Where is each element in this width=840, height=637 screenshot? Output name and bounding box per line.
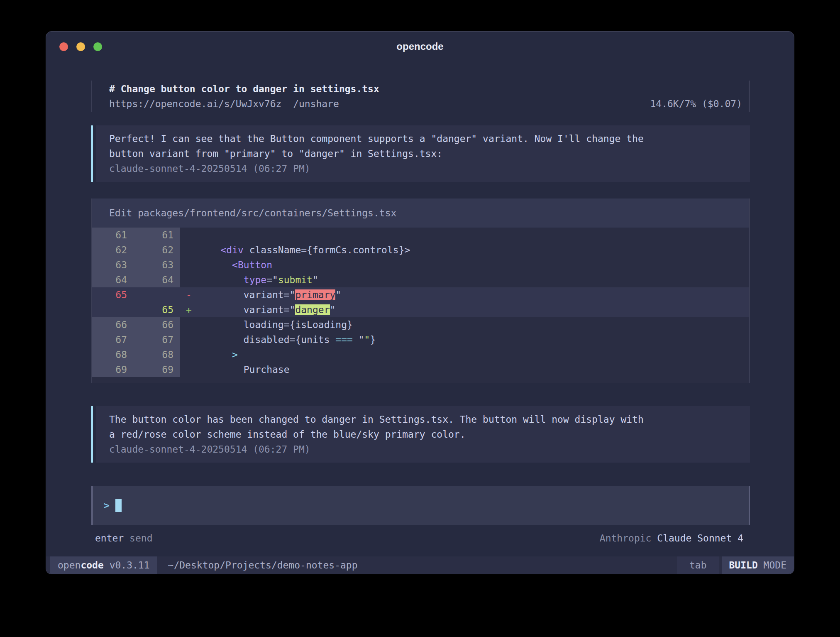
diff-marker: [180, 347, 198, 362]
code-segment: variant=": [198, 304, 295, 315]
line-number-new: 64: [134, 272, 180, 287]
session-title: # Change button color to danger in setti…: [109, 81, 742, 96]
build-mode-badge[interactable]: BUILD MODE: [722, 556, 794, 574]
model-indicator: Anthropic Claude Sonnet 4: [600, 531, 743, 546]
enter-key-hint: enter: [95, 533, 124, 544]
prompt-inner: >: [93, 499, 122, 512]
message-body: The button color has been changed to dan…: [96, 406, 750, 463]
line-number-old: 62: [92, 243, 134, 257]
code-line: <Button: [198, 257, 749, 272]
prompt-input[interactable]: >: [91, 486, 750, 525]
line-number-new: 66: [134, 317, 180, 332]
line-number-old: 68: [92, 347, 134, 362]
code-segment: className={formCs.controls}>: [244, 245, 410, 255]
app-name-open: open: [58, 560, 81, 571]
code-line: variant="primary": [198, 287, 749, 302]
opencode-window: opencode # Change button color to danger…: [46, 31, 794, 574]
message-accent-bar: [91, 125, 93, 182]
hints-row: enter send Anthropic Claude Sonnet 4: [91, 531, 750, 546]
prompt-symbol: >: [104, 500, 110, 511]
line-number-old: 66: [92, 317, 134, 332]
line-number-old: 69: [92, 362, 134, 377]
diff-row: 65- variant="primary": [92, 287, 749, 302]
message-meta: claude-sonnet-4-20250514 (06:27 PM): [109, 161, 742, 176]
message-accent-bar: [91, 406, 93, 463]
code-segment: ": [330, 304, 336, 315]
working-directory: ~/Desktop/Projects/demo-notes-app: [168, 560, 677, 571]
line-number-new: 67: [134, 332, 180, 347]
code-segment: ": [313, 274, 318, 285]
diff-marker: [180, 317, 198, 332]
message-line: Perfect! I can see that the Button compo…: [109, 131, 742, 146]
text-cursor: [115, 499, 122, 512]
unshare-command[interactable]: /unshare: [293, 98, 339, 109]
code-segment: <Button: [232, 260, 272, 270]
message-meta: claude-sonnet-4-20250514 (06:27 PM): [109, 442, 742, 457]
diff-marker: [180, 228, 198, 243]
code-segment: ": [335, 289, 341, 300]
line-number-old: 61: [92, 228, 134, 243]
share-url-link[interactable]: https://opencode.ai/s/UwJxv76z: [109, 98, 281, 109]
line-number-new: [134, 287, 180, 302]
code-line: type="submit": [198, 272, 749, 287]
code-segment: <div: [220, 245, 243, 255]
diff-marker: [180, 272, 198, 287]
mode-name: BUILD: [729, 560, 758, 571]
code-segment: [198, 274, 244, 285]
code-line: loading={isLoading}: [198, 317, 749, 332]
code-line: disabled={units === ""}: [198, 332, 749, 347]
hint-gap: [651, 533, 657, 544]
diff-row: 6767 disabled={units === ""}: [92, 332, 749, 347]
diff-row: 6868 >: [92, 347, 749, 362]
code-segment: submit: [278, 274, 313, 285]
main-column: # Change button color to danger in setti…: [91, 32, 750, 546]
code-segment: ": [364, 334, 370, 345]
diff-row: 6464 type="submit": [92, 272, 749, 287]
diff-view: 61616262 <div className={formCs.controls…: [92, 228, 749, 383]
message-line: a red/rose color scheme instead of the b…: [109, 427, 742, 442]
status-bar: opencode v0.3.11 ~/Desktop/Projects/demo…: [46, 556, 794, 574]
message-line: The button color has been changed to dan…: [109, 412, 742, 427]
session-share-row: https://opencode.ai/s/UwJxv76z /unshare: [109, 96, 339, 111]
line-number-new: 61: [134, 228, 180, 243]
code-segment: type: [244, 274, 266, 285]
model-label: Claude Sonnet 4: [657, 533, 743, 544]
diff-row: 6969 Purchase: [92, 362, 749, 377]
code-segment: [198, 349, 232, 360]
session-header: # Change button color to danger in setti…: [91, 81, 750, 112]
code-line: Purchase: [198, 362, 749, 377]
code-segment: ===: [335, 334, 353, 345]
tab-key-hint[interactable]: tab: [677, 556, 719, 574]
diff-row: 6363 <Button: [92, 257, 749, 272]
code-line: >: [198, 347, 749, 362]
assistant-message: Perfect! I can see that the Button compo…: [91, 125, 750, 182]
code-segment: disabled={units: [198, 334, 335, 345]
code-line: variant="danger": [198, 302, 749, 317]
app-version-chip: opencode v0.3.11: [50, 556, 157, 574]
line-number-new: 69: [134, 362, 180, 377]
diff-marker: [180, 243, 198, 257]
send-label: send: [129, 533, 152, 544]
diff-marker: [180, 332, 198, 347]
mode-word: MODE: [758, 560, 786, 571]
provider-label: Anthropic: [600, 533, 652, 544]
url-unshare-gap: [281, 98, 293, 109]
code-segment: ": [353, 334, 364, 345]
close-button[interactable]: [59, 42, 68, 51]
app-name-code: code: [81, 560, 103, 571]
token-stats: 14.6K/7% ($0.07): [650, 96, 742, 111]
line-number-old: 65: [92, 287, 134, 302]
diff-marker: [180, 257, 198, 272]
diff-row: 6262 <div className={formCs.controls}>: [92, 243, 749, 257]
line-number-new: 65: [134, 302, 180, 317]
code-line: <div className={formCs.controls}>: [198, 243, 749, 257]
minimize-button[interactable]: [76, 42, 85, 51]
line-number-old: 64: [92, 272, 134, 287]
diff-marker: -: [180, 287, 198, 302]
edit-tool-block: Edit packages/frontend/src/containers/Se…: [91, 198, 750, 383]
line-number-new: 68: [134, 347, 180, 362]
diff-marker: [180, 362, 198, 377]
diff-row: 65+ variant="danger": [92, 302, 749, 317]
edit-tool-title: Edit packages/frontend/src/containers/Se…: [92, 198, 749, 228]
send-hint: enter send: [95, 531, 153, 546]
